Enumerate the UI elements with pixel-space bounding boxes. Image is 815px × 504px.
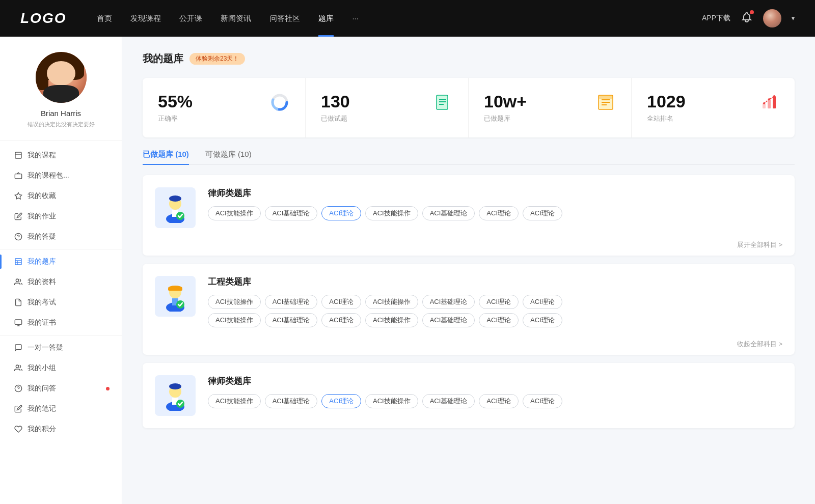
qbank-card-lawyer-1: 律师类题库 ACI技能操作 ACI基础理论 ACI理论 ACI技能操作 ACI基… xyxy=(143,175,795,256)
sidebar-item-cert[interactable]: 我的证书 xyxy=(0,313,122,333)
sidebar-item-qbank[interactable]: 我的题库 xyxy=(0,251,122,272)
law2-tag-5[interactable]: ACI理论 xyxy=(479,394,519,408)
svg-rect-11 xyxy=(15,320,21,324)
sidebar-divider-3 xyxy=(0,335,122,335)
eng-tag-r0[interactable]: ACI技能操作 xyxy=(208,313,261,327)
nav-opencourse[interactable]: 公开课 xyxy=(179,14,202,23)
sidebar-item-course[interactable]: 我的课程 xyxy=(0,145,122,165)
stat-value-correct: 55% xyxy=(158,92,262,111)
eng-tag-6[interactable]: ACI理论 xyxy=(523,295,562,309)
qbank-title-engineer: 工程类题库 xyxy=(208,276,782,288)
svg-rect-33 xyxy=(773,96,776,108)
sidebar-item-favorites[interactable]: 我的收藏 xyxy=(0,186,122,206)
sidebar-item-exam[interactable]: 我的考试 xyxy=(0,292,122,313)
tag-6[interactable]: ACI理论 xyxy=(523,206,562,220)
sidebar-item-notes[interactable]: 我的笔记 xyxy=(0,399,122,419)
sidebar-item-oneonone[interactable]: 一对一答疑 xyxy=(0,338,122,358)
svg-point-34 xyxy=(763,102,765,104)
law2-tag-3[interactable]: ACI技能操作 xyxy=(365,394,418,408)
sidebar-item-group[interactable]: 我的小组 xyxy=(0,358,122,378)
notification-bell[interactable] xyxy=(741,11,753,25)
expand-link-lawyer-1[interactable]: 展开全部科目 > xyxy=(737,240,782,249)
sidebar-username: Brian Harris xyxy=(41,109,81,118)
stat-label-questions: 已做试题 xyxy=(321,114,425,123)
sidebar-item-points[interactable]: 我的积分 xyxy=(0,419,122,439)
law2-tag-1[interactable]: ACI基础理论 xyxy=(265,394,318,408)
tag-5[interactable]: ACI理论 xyxy=(479,206,519,220)
eng-tag-r1[interactable]: ACI基础理论 xyxy=(265,313,318,327)
page-wrapper: Brian Harris 错误的决定比没有决定要好 我的课程 我的课程包... xyxy=(0,37,815,504)
sidebar-item-material[interactable]: 我的资料 xyxy=(0,272,122,292)
stat-label-banks: 已做题库 xyxy=(484,114,588,123)
stat-value-banks: 10w+ xyxy=(484,92,588,111)
tag-2[interactable]: ACI理论 xyxy=(321,206,361,220)
qa-icon xyxy=(14,384,22,393)
list-icon xyxy=(595,92,616,113)
eng-tag-5[interactable]: ACI理论 xyxy=(479,295,519,309)
stat-questions-done: 130 已做试题 xyxy=(306,78,469,137)
qbank-tags-lawyer-2: ACI技能操作 ACI基础理论 ACI理论 ACI技能操作 ACI基础理论 AC… xyxy=(208,394,782,408)
nav-right: APP下载 ▾ xyxy=(702,9,795,27)
sidebar-divider-2 xyxy=(0,249,122,249)
avatar[interactable] xyxy=(763,9,781,27)
svg-point-35 xyxy=(768,98,770,100)
eng-tag-0[interactable]: ACI技能操作 xyxy=(208,295,261,309)
nav-qa[interactable]: 问答社区 xyxy=(269,14,300,23)
qbank-tags-lawyer-1: ACI技能操作 ACI基础理论 ACI理论 ACI技能操作 ACI基础理论 AC… xyxy=(208,206,782,220)
tab-available[interactable]: 可做题库 (10) xyxy=(205,150,252,164)
tab-done[interactable]: 已做题库 (10) xyxy=(143,150,189,164)
eng-tag-3[interactable]: ACI技能操作 xyxy=(365,295,418,309)
svg-rect-30 xyxy=(599,95,613,99)
trial-badge: 体验剩余23天！ xyxy=(189,53,245,65)
sidebar-item-package[interactable]: 我的课程包... xyxy=(0,165,122,186)
nav-qbank[interactable]: 题库 xyxy=(318,14,334,23)
tag-4[interactable]: ACI基础理论 xyxy=(422,206,475,220)
app-download-button[interactable]: APP下载 xyxy=(702,14,730,23)
stat-value-rank: 1029 xyxy=(647,92,752,111)
tag-1[interactable]: ACI基础理论 xyxy=(265,206,318,220)
course-icon xyxy=(14,151,22,159)
svg-rect-47 xyxy=(168,288,182,291)
law2-tag-4[interactable]: ACI基础理论 xyxy=(422,394,475,408)
nav-discover[interactable]: 发现课程 xyxy=(130,14,161,23)
collapse-link-engineer[interactable]: 收起全部科目 > xyxy=(737,340,782,349)
sidebar-item-answers[interactable]: 我的答疑 xyxy=(0,227,122,247)
avatar-chevron-icon[interactable]: ▾ xyxy=(792,15,795,22)
svg-rect-32 xyxy=(768,99,771,108)
oneonone-icon xyxy=(14,344,22,352)
material-icon xyxy=(14,278,22,286)
note-icon xyxy=(14,405,22,413)
sidebar-motto: 错误的决定比没有决定要好 xyxy=(17,121,105,128)
law2-tag-6[interactable]: ACI理论 xyxy=(523,394,562,408)
sidebar-item-myqa[interactable]: 我的问答 xyxy=(0,378,122,399)
eng-tag-r6[interactable]: ACI理论 xyxy=(523,313,562,327)
eng-tag-r4[interactable]: ACI基础理论 xyxy=(422,313,475,327)
law2-tag-2[interactable]: ACI理论 xyxy=(321,394,361,408)
nav-news[interactable]: 新闻资讯 xyxy=(221,14,251,23)
law2-tag-0[interactable]: ACI技能操作 xyxy=(208,394,261,408)
qbank-tags-engineer-2: ACI技能操作 ACI基础理论 ACI理论 ACI技能操作 ACI基础理论 AC… xyxy=(208,313,782,327)
sidebar-item-homework[interactable]: 我的作业 xyxy=(0,206,122,227)
tag-0[interactable]: ACI技能操作 xyxy=(208,206,261,220)
eng-tag-4[interactable]: ACI基础理论 xyxy=(422,295,475,309)
eng-tag-r2[interactable]: ACI理论 xyxy=(321,313,361,327)
eng-tag-2[interactable]: ACI理论 xyxy=(321,295,361,309)
package-icon xyxy=(14,172,22,180)
svg-point-36 xyxy=(773,95,775,97)
eng-tag-1[interactable]: ACI基础理论 xyxy=(265,295,318,309)
stat-label-correct: 正确率 xyxy=(158,114,262,123)
sidebar-avatar xyxy=(36,52,87,103)
qbank-icon xyxy=(14,258,22,266)
doc-icon xyxy=(432,92,453,113)
points-icon xyxy=(14,425,22,433)
eng-tag-r5[interactable]: ACI理论 xyxy=(479,313,519,327)
svg-rect-2 xyxy=(15,174,21,179)
eng-tag-r3[interactable]: ACI技能操作 xyxy=(365,313,418,327)
tag-3[interactable]: ACI技能操作 xyxy=(365,206,418,220)
chart-donut-icon xyxy=(269,92,290,113)
svg-point-14 xyxy=(16,365,18,368)
svg-point-41 xyxy=(169,195,181,202)
qbank-title-lawyer-2: 律师类题库 xyxy=(208,375,782,387)
nav-home[interactable]: 首页 xyxy=(97,14,112,23)
nav-more[interactable]: ··· xyxy=(352,14,359,23)
